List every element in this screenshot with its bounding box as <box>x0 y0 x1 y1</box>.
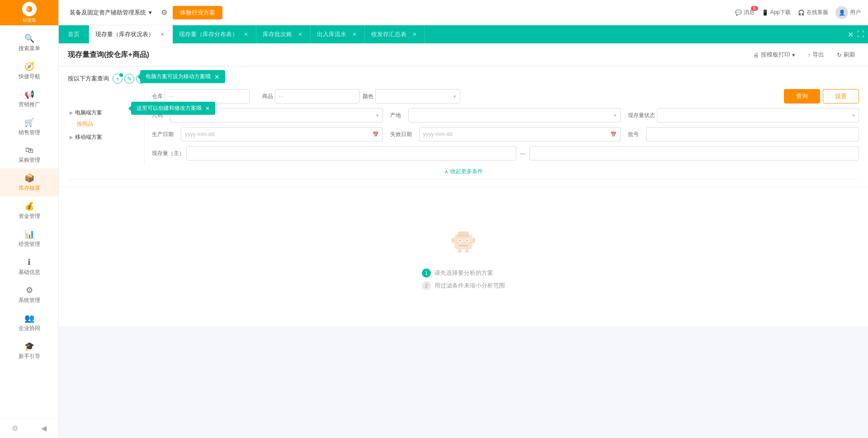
sidebar-item-enterprise[interactable]: 👥 企业协同 <box>0 309 58 337</box>
sidebar-item-management[interactable]: 📊 经营管理 <box>0 225 58 253</box>
desktop-scheme-child[interactable]: 按照品 <box>68 118 141 130</box>
filter-row-3: 生产日期 yyyy-mm-dd 📅 失效日期 yyyy-mm-dd 📅 <box>152 127 859 141</box>
goods-input[interactable]: ··· <box>275 89 360 104</box>
expiry-date-input[interactable]: yyyy-mm-dd 📅 <box>419 127 621 141</box>
notification-btn[interactable]: 💬 消息 6 <box>735 9 755 16</box>
export-btn[interactable]: ↑ 导出 <box>804 49 828 61</box>
search-icon: 🔍 <box>24 33 34 43</box>
print-btn[interactable]: 🖨 按模板打印 ▾ <box>750 49 799 61</box>
goods-field: 商品 ··· <box>262 89 360 104</box>
tab-batch[interactable]: 库存批次账 ✕ <box>256 25 311 43</box>
tab-home[interactable]: 首页 <box>59 25 89 43</box>
dot-indicator <box>119 73 123 77</box>
tab-inout[interactable]: 出入库流水 ✕ <box>311 25 365 43</box>
sidebar-item-label: 销售管理 <box>19 129 40 137</box>
expand-icon2: ▶ <box>70 135 73 140</box>
collapse-up-icon: ∧ <box>444 169 448 175</box>
money-icon: 💰 <box>24 201 34 211</box>
batch-input[interactable] <box>646 127 859 141</box>
tab-label: 现存量（库存状况表） <box>95 30 154 38</box>
tab-close-icon[interactable]: ✕ <box>297 31 304 38</box>
sidebar-item-label: 搜索菜单 <box>19 45 40 52</box>
stock-status-input[interactable]: ▾ <box>657 108 859 122</box>
filter-body: 这里可以创建和修改方案哦 ✕ ▶ 电脑端方案 按照品 ▶ 移动端方案 <box>68 89 859 164</box>
sidebar-item-finance[interactable]: 💰 资金管理 <box>0 197 58 225</box>
color-field: 颜色 ▾ <box>363 89 460 104</box>
tab-inventory-status[interactable]: 现存量（库存状况表） ✕ <box>89 25 173 43</box>
system-selector[interactable]: 装备及固定资产辅助管理系统 ▾ <box>66 7 156 19</box>
print-label: 按模板打印 <box>761 51 790 59</box>
shopping-icon: 🛍 <box>25 146 33 155</box>
online-support-btn[interactable]: 🎧 在线客服 <box>798 9 828 16</box>
sidebar-item-label: 采购管理 <box>19 156 40 164</box>
desktop-scheme-label: 电脑端方案 <box>75 109 102 117</box>
tab-inventory-dist[interactable]: 现存量（库存分布表） ✕ <box>173 25 256 43</box>
settings-icon: ⚙ <box>26 285 33 295</box>
warehouse-dots: ··· <box>169 93 174 100</box>
sidebar-item-guide[interactable]: 🎓 新手引导 <box>0 337 58 365</box>
tab-close-icon[interactable]: ✕ <box>411 31 418 38</box>
sidebar-item-basic[interactable]: ℹ 基础信息 <box>0 253 58 281</box>
sidebar-item-purchase[interactable]: 🛍 采购管理 <box>0 141 58 169</box>
svg-point-7 <box>466 240 468 241</box>
production-date-input[interactable]: yyyy-mm-dd 📅 <box>181 127 383 141</box>
guide-icon: 🎓 <box>24 341 34 351</box>
tab-close-icon[interactable]: ✕ <box>351 31 358 38</box>
scheme-child-label: 按照品 <box>77 120 93 128</box>
sidebar-item-label: 系统管理 <box>19 297 40 304</box>
sidebar-item-marketing[interactable]: 📢 营销推广 <box>0 85 58 113</box>
tab-summary[interactable]: 收发存汇总表 ✕ <box>365 25 425 43</box>
tab-close-all-icon[interactable]: ✕ <box>848 30 854 39</box>
reset-button[interactable]: 设置 <box>823 89 859 104</box>
tab-close-icon[interactable]: ✕ <box>242 31 250 38</box>
sidebar-item-label: 企业协同 <box>19 325 40 332</box>
filter-header: 按以下方案查询 + ✎ ← 电脑方案可设为移动方案哦 ✕ <box>68 74 859 84</box>
tooltip-close-btn[interactable]: ✕ <box>214 73 220 80</box>
app-download-btn[interactable]: 📱 App下载 <box>762 9 791 16</box>
stock-status-label: 现存量状态 <box>628 112 655 119</box>
create-tooltip-close-btn[interactable]: ✕ <box>205 105 210 112</box>
filter-row-2: 尺码 ▾ 产地 ▾ <box>152 108 859 122</box>
settings-gear-icon[interactable]: ⚙ <box>161 8 167 17</box>
tab-close-icon[interactable]: ✕ <box>159 31 166 38</box>
mobile-scheme-label: 移动端方案 <box>75 133 102 141</box>
user-menu-btn[interactable]: 👤 用户 <box>835 6 861 19</box>
scheme-tooltip-text: 电脑方案可设为移动方案哦 <box>146 73 211 80</box>
footer-settings-btn[interactable]: ⚙ <box>12 424 18 433</box>
trial-button[interactable]: 体验行业方案 <box>173 6 222 19</box>
chevron-down-icon: ▾ <box>792 52 795 58</box>
tab-label: 收发存汇总表 <box>371 30 406 38</box>
expand-icon: ▶ <box>70 110 73 115</box>
step-1-text: 请先选择要分析的方案 <box>434 269 493 277</box>
export-icon: ↑ <box>808 52 811 58</box>
tab-label: 库存批次账 <box>263 30 292 38</box>
print-icon: 🖨 <box>753 52 759 58</box>
header-right: 💬 消息 6 📱 App下载 🎧 在线客服 👤 用户 <box>735 6 861 19</box>
edit-scheme-btn[interactable]: ✎ <box>124 74 134 84</box>
origin-input[interactable]: ▾ <box>408 108 621 122</box>
add-scheme-btn[interactable]: + <box>113 74 123 84</box>
notification-badge: 6 <box>751 6 758 11</box>
collapse-label: 收起更多条件 <box>450 168 483 175</box>
stock-main-to-input[interactable] <box>529 146 859 160</box>
scheme-tooltip: 电脑方案可设为移动方案哦 ✕ <box>140 70 225 83</box>
color-input[interactable]: ▾ <box>375 89 460 104</box>
stock-main-from-input[interactable] <box>186 146 516 160</box>
logo-icon: 6 <box>22 2 37 16</box>
sidebar-item-label: 新手引导 <box>19 353 40 360</box>
sidebar-item-search[interactable]: 🔍 搜索菜单 <box>0 29 58 57</box>
sidebar-item-nav[interactable]: 🧭 快捷导航 <box>0 57 58 85</box>
plus-icon: + <box>116 75 119 82</box>
sidebar-item-sales[interactable]: 🛒 销售管理 <box>0 113 58 141</box>
sidebar-item-inventory[interactable]: 📦 库存核算 <box>0 169 58 197</box>
sidebar-item-system[interactable]: ⚙ 系统管理 <box>0 281 58 309</box>
tab-expand-icon[interactable]: ⛶ <box>857 30 864 38</box>
mobile-scheme-node[interactable]: ▶ 移动端方案 <box>68 132 141 143</box>
refresh-btn[interactable]: ↻ 刷新 <box>833 49 859 61</box>
sidebar-nav: 🔍 搜索菜单 🧭 快捷导航 📢 营销推广 🛒 销售管理 🛍 采购管理 📦 库存核… <box>0 25 58 418</box>
footer-collapse-btn[interactable]: ◀ <box>41 424 47 433</box>
search-button[interactable]: 查询 <box>784 89 820 104</box>
sidebar-item-label: 快捷导航 <box>19 73 40 80</box>
collapse-bar[interactable]: ∧ 收起更多条件 <box>68 164 859 179</box>
sidebar-footer: ⚙ ◀ <box>0 418 58 438</box>
